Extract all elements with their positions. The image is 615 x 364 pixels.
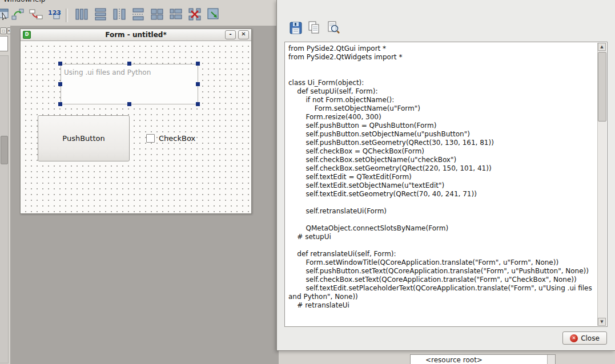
close-x-icon: ✕: [570, 334, 578, 342]
widget-filter-input[interactable]: [0, 36, 8, 51]
checkbox-indicator[interactable]: [146, 134, 155, 143]
menu-bar: Window Help: [0, 0, 276, 4]
selection-handle-mid-left[interactable]: [58, 82, 62, 86]
menu-window[interactable]: Window: [3, 0, 30, 3]
main-toolbar: 123: [0, 4, 276, 26]
dock-float-button[interactable]: □: [0, 27, 7, 34]
edit-tab-order-icon[interactable]: 123: [47, 7, 62, 22]
close-button-label: Close: [581, 334, 600, 342]
break-layout-icon[interactable]: [187, 7, 202, 22]
toolbar-separator: [66, 9, 68, 22]
code-text: from PySide2.QtGui import * from PySide2…: [286, 43, 597, 325]
layout-form-icon[interactable]: [168, 7, 183, 22]
layout-horizontal-icon[interactable]: [74, 7, 89, 22]
form-editor-window: D Form - untitled* - ✕ Using .ui files a…: [20, 29, 252, 214]
selection-handle-bottom-right[interactable]: [196, 102, 200, 106]
checkbox-widget[interactable]: CheckBox: [146, 127, 204, 150]
widget-box-scroll-thumb[interactable]: [1, 136, 8, 164]
pushbutton-widget[interactable]: PushButton: [38, 115, 130, 161]
form-window-title: Form - untitled*: [21, 31, 251, 39]
selection-handle-bottom-left[interactable]: [58, 102, 62, 106]
designer-form-icon: D: [23, 31, 31, 39]
save-icon[interactable]: [288, 21, 303, 35]
checkbox-label: CheckBox: [159, 134, 195, 143]
selection-handle-top-left[interactable]: [58, 62, 62, 66]
scroll-down-arrow[interactable]: ▼: [598, 318, 606, 326]
window-close-button[interactable]: ✕: [238, 30, 249, 39]
form-canvas[interactable]: Using .ui files and Python PushButton Ch…: [21, 41, 251, 213]
selection-handle-top-right[interactable]: [196, 62, 200, 66]
widget-box-dock: □ ✕: [0, 26, 11, 364]
copy-icon[interactable]: [307, 21, 321, 35]
dialog-close-button[interactable]: ✕ Close: [562, 331, 607, 345]
adjust-size-icon[interactable]: [206, 7, 221, 22]
layout-vertical-splitter-icon[interactable]: [131, 7, 146, 22]
minimize-button[interactable]: -: [225, 30, 236, 39]
resource-root-item[interactable]: <resource root>: [425, 356, 483, 364]
selection-handle-mid-right[interactable]: [196, 82, 200, 86]
code-preview-dialog: from PySide2.QtGui import * from PySide2…: [276, 0, 615, 351]
selection-handle-bottom-mid[interactable]: [127, 102, 131, 106]
textedit-placeholder: Using .ui files and Python: [64, 68, 151, 76]
layout-horizontal-splitter-icon[interactable]: [112, 7, 127, 22]
scrollbar-thumb[interactable]: [598, 52, 606, 122]
scroll-up-arrow[interactable]: ▲: [598, 43, 606, 51]
find-icon[interactable]: [326, 21, 341, 35]
layout-grid-icon[interactable]: [150, 7, 164, 22]
code-view[interactable]: from PySide2.QtGui import * from PySide2…: [284, 42, 608, 327]
mdi-area: D Form - untitled* - ✕ Using .ui files a…: [10, 26, 279, 364]
edit-buddies-icon[interactable]: [29, 7, 43, 22]
textedit-widget[interactable]: Using .ui files and Python: [61, 64, 198, 104]
selection-handle-top-mid[interactable]: [127, 62, 131, 66]
menu-help[interactable]: Help: [30, 0, 45, 3]
resource-scrollbar[interactable]: [547, 355, 555, 364]
svg-text:123: 123: [48, 9, 61, 17]
widget-box-scrollbar[interactable]: [0, 55, 9, 363]
layout-vertical-icon[interactable]: [93, 7, 108, 22]
edit-signals-slots-icon[interactable]: [10, 7, 25, 22]
edit-widgets-icon[interactable]: [0, 7, 10, 22]
form-window-titlebar[interactable]: D Form - untitled* - ✕: [21, 29, 251, 41]
code-scrollbar[interactable]: ▲ ▼: [597, 43, 606, 326]
resource-browser[interactable]: <resource root>: [410, 354, 556, 364]
